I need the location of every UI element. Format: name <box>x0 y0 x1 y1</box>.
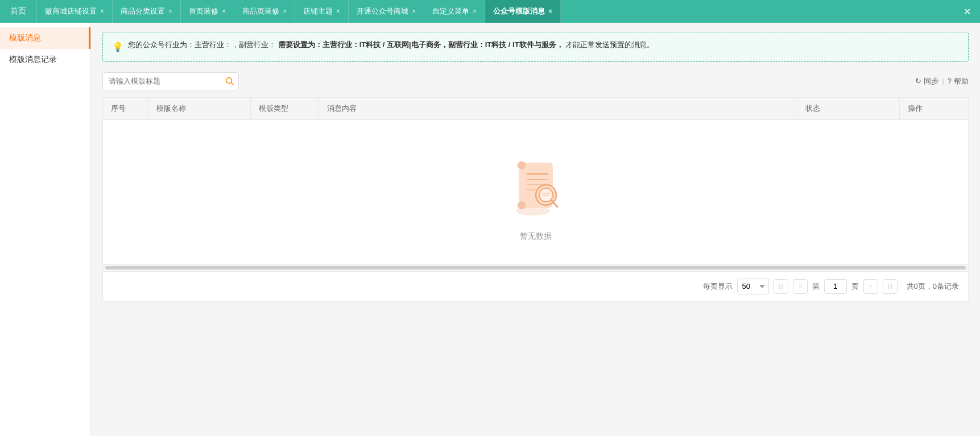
help-icon: ? <box>948 77 952 85</box>
total-text: 共0页，0条记录 <box>907 281 959 292</box>
close-tab-6[interactable]: × <box>473 7 477 15</box>
global-close-button[interactable]: ✕ <box>954 0 980 23</box>
nav-tab-7[interactable]: 公众号模版消息 × <box>485 0 561 23</box>
svg-line-1 <box>231 82 234 85</box>
close-tab-4[interactable]: × <box>336 7 340 15</box>
th-content: 消息内容 <box>319 98 797 119</box>
horizontal-scrollbar[interactable] <box>103 264 968 271</box>
search-icon <box>225 77 234 86</box>
main-layout: 模版消息 模版消息记录 💡 您的公众号行业为：主营行业：，副营行业： 需要设置为… <box>0 23 980 436</box>
notice-icon: 💡 <box>112 40 123 55</box>
next-page-button[interactable]: ＞ <box>863 279 878 294</box>
nav-tab-6[interactable]: 自定义菜单 × <box>424 0 485 23</box>
top-nav: 首页 微商城店铺设置 × 商品分类设置 × 首页装修 × 商品页装修 × 店铺主… <box>0 0 980 23</box>
close-tab-7[interactable]: × <box>548 7 552 15</box>
page-input[interactable] <box>824 279 847 294</box>
help-button[interactable]: ? 帮助 <box>948 76 969 86</box>
close-tab-1[interactable]: × <box>168 7 172 15</box>
nav-tab-0[interactable]: 微商城店铺设置 × <box>37 0 113 23</box>
nav-tab-1[interactable]: 商品分类设置 × <box>113 0 181 23</box>
search-button[interactable] <box>225 77 234 86</box>
per-page-label: 每页显示 <box>703 281 733 292</box>
data-table: 序号 模版名称 模版类型 消息内容 状态 操作 <box>102 97 969 302</box>
close-tab-3[interactable]: × <box>283 7 287 15</box>
nav-home[interactable]: 首页 <box>0 0 37 23</box>
search-bar: ↻ 同步 | ? 帮助 <box>102 72 969 90</box>
page-prefix: 第 <box>812 281 820 292</box>
empty-state: 暂无数据 <box>103 120 968 264</box>
pagination: 每页显示 50 20 100 ⟨⟨ ＜ 第 页 ＞ ⟩⟩ 共0页，0条记录 <box>103 271 968 301</box>
search-input[interactable] <box>102 72 239 90</box>
content-area: 💡 您的公众号行业为：主营行业：，副营行业： 需要设置为：主营行业：IT科技 /… <box>91 23 980 436</box>
nav-tab-2[interactable]: 首页装修 × <box>181 0 234 23</box>
th-type: 模版类型 <box>251 98 319 119</box>
notice-box: 💡 您的公众号行业为：主营行业：，副营行业： 需要设置为：主营行业：IT科技 /… <box>102 32 969 62</box>
table-header: 序号 模版名称 模版类型 消息内容 状态 操作 <box>103 98 968 120</box>
sidebar-item-template-msg-record[interactable]: 模版消息记录 <box>0 49 90 70</box>
empty-text: 暂无数据 <box>520 231 552 242</box>
last-page-button[interactable]: ⟩⟩ <box>883 279 898 294</box>
sidebar: 模版消息 模版消息记录 <box>0 23 91 436</box>
th-name: 模版名称 <box>148 98 251 119</box>
page-suffix: 页 <box>851 281 859 292</box>
empty-illustration <box>502 154 570 222</box>
close-tab-0[interactable]: × <box>100 7 104 15</box>
nav-tab-3[interactable]: 商品页装修 × <box>234 0 295 23</box>
nav-tab-4[interactable]: 店铺主题 × <box>295 0 349 23</box>
th-action: 操作 <box>900 98 968 119</box>
th-status: 状态 <box>797 98 900 119</box>
prev-page-button[interactable]: ＜ <box>793 279 808 294</box>
close-tab-2[interactable]: × <box>222 7 226 15</box>
nav-tab-5[interactable]: 开通公众号商城 × <box>349 0 424 23</box>
sync-icon: ↻ <box>915 77 921 85</box>
per-page-select[interactable]: 50 20 100 <box>737 279 769 294</box>
sidebar-item-template-msg[interactable]: 模版消息 <box>0 27 90 49</box>
th-index: 序号 <box>103 98 148 119</box>
first-page-button[interactable]: ⟨⟨ <box>774 279 788 294</box>
close-tab-5[interactable]: × <box>412 7 416 15</box>
sync-button[interactable]: ↻ 同步 <box>915 76 938 86</box>
